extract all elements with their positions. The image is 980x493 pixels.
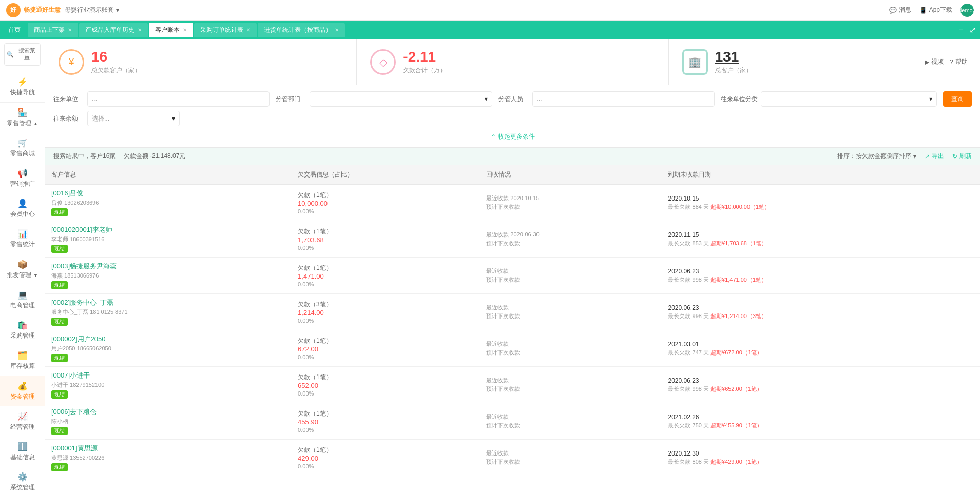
recent-collect-7: 最近收款 xyxy=(486,449,656,457)
due-date-7: 2020.12.30 xyxy=(668,450,974,457)
refresh-button[interactable]: ↻ 刷新 xyxy=(952,152,972,161)
customer-name-3[interactable]: [0002]服务中心_丁磊 xyxy=(51,298,285,307)
debt-amount-4[interactable]: 672.00 xyxy=(298,345,474,353)
sidebar-item-batch-manage[interactable]: 📦 批发管理 ▼ xyxy=(0,254,45,285)
tab-collapse-button[interactable]: － xyxy=(957,25,965,35)
overdue-link-5[interactable]: 超期¥652.00（1笔） xyxy=(710,386,762,392)
tab-customer-account[interactable]: 客户账本 ✕ xyxy=(149,23,193,37)
overdue-link-6[interactable]: 超期¥455.90（1笔） xyxy=(710,422,762,428)
tab-close-purchase-order[interactable]: ✕ xyxy=(246,27,251,33)
customer-badge-6: 现结 xyxy=(51,427,68,435)
debt-amount-0[interactable]: 10,000.00 xyxy=(298,200,474,207)
tab-purchase-stats[interactable]: 进货单统计表（按商品） ✕ xyxy=(258,23,345,37)
debt-customers-label: 总欠款客户（家） xyxy=(91,66,141,75)
tab-maximize-button[interactable]: ⤢ xyxy=(969,25,976,35)
customer-contact-1: 李老师 18600391516 xyxy=(51,235,285,243)
help-icon: ? xyxy=(950,58,953,66)
tab-close-purchase-stats[interactable]: ✕ xyxy=(335,27,339,33)
sidebar-section-retail: 🏪 零售管理 ▲ 🛒 零售商城 📢 营销推广 👤 会员中心 xyxy=(0,103,45,254)
sidebar-item-retail-stats[interactable]: 📊 零售统计 xyxy=(0,224,45,254)
debt-amount-6[interactable]: 455.90 xyxy=(298,418,474,426)
sidebar-item-marketing[interactable]: 📢 营销推广 xyxy=(0,163,45,193)
unit-category-select[interactable]: ▾ xyxy=(761,91,937,107)
user-menu[interactable]: demo2 xyxy=(960,4,974,17)
sidebar-item-basic-info[interactable]: ℹ️ 基础信息 xyxy=(0,437,45,467)
tab-home[interactable]: 首页 xyxy=(2,23,27,37)
customer-contact-4: 用户2050 18665062050 xyxy=(51,345,285,352)
customer-name-2[interactable]: [0003]畅捷服务尹海蕊 xyxy=(51,262,285,271)
app-download-button[interactable]: 📱 App下载 xyxy=(919,6,952,14)
due-date-0: 2020.10.15 xyxy=(668,195,974,202)
summary-card-total-debt: ◇ -2.11 欠款合计（万） xyxy=(357,39,668,85)
total-debt-number[interactable]: -2.11 xyxy=(403,49,446,65)
overdue-link-0[interactable]: 超期¥10,000.00（1笔） xyxy=(710,204,770,210)
debt-amount-1[interactable]: 1,703.68 xyxy=(298,236,474,244)
total-customers-number[interactable]: 131 xyxy=(715,49,752,65)
overdue-link-7[interactable]: 超期¥429.00（1笔） xyxy=(710,459,762,465)
filter-person: 分管人员 ... xyxy=(498,91,715,107)
balance-select[interactable]: 选择... ▾ xyxy=(87,111,180,126)
sidebar-search-button[interactable]: 🔍 搜索菜单 xyxy=(4,43,41,66)
customer-name-4[interactable]: [000002]用户2050 xyxy=(51,334,285,344)
tab-close-customer-account[interactable]: ✕ xyxy=(183,27,187,33)
customer-name-5[interactable]: [0007]小进干 xyxy=(51,371,285,380)
debt-customers-number[interactable]: 16 xyxy=(91,49,141,65)
help-button[interactable]: ? 帮助 xyxy=(950,57,968,66)
collapse-button[interactable]: ⌃ 收起更多条件 xyxy=(491,132,535,141)
debt-customers-info: 16 总欠款客户（家） xyxy=(91,49,141,75)
sidebar-item-quick-nav[interactable]: ⚡ 快捷导航 xyxy=(0,72,45,102)
debt-ratio-7: 0.00% xyxy=(298,463,474,469)
overdue-link-2[interactable]: 超期¥1,471.00（1笔） xyxy=(710,277,767,283)
debt-count-0: 欠款（1笔） xyxy=(298,191,474,200)
sidebar-item-ecommerce[interactable]: 💻 电商管理 xyxy=(0,285,45,315)
export-button[interactable]: ↗ 导出 xyxy=(925,152,944,161)
due-date-cell: 2020.11.15 最长欠款 853 天 超期¥1,703.68（1笔） xyxy=(662,221,980,258)
overdue-link-1[interactable]: 超期¥1,703.68（1笔） xyxy=(710,240,767,246)
sidebar-item-inventory[interactable]: 🗂️ 库存核算 xyxy=(0,345,45,376)
message-icon: 💬 xyxy=(889,7,897,14)
dept-label: 分管部门 xyxy=(276,95,306,104)
debt-amount-5[interactable]: 652.00 xyxy=(298,382,474,389)
next-collect-0: 预计下次收款 xyxy=(486,203,656,211)
sidebar-item-retail-manage[interactable]: 🏪 零售管理 ▲ xyxy=(0,103,45,133)
recover-info-cell: 最近收款 预计下次收款 xyxy=(480,294,662,330)
sidebar-item-operations[interactable]: 📈 经营管理 xyxy=(0,406,45,437)
customer-name-6[interactable]: [0006]去下粮仓 xyxy=(51,407,285,417)
overdue-link-3[interactable]: 超期¥1,214.00（3笔） xyxy=(710,313,767,319)
debt-amount-3[interactable]: 1,214.00 xyxy=(298,309,474,317)
debt-amount-2[interactable]: 1,471.00 xyxy=(298,272,474,280)
tenant-select[interactable]: 母婴行业演示账套 ▾ xyxy=(65,6,119,14)
customer-name-7[interactable]: [000001]黄思源 xyxy=(51,444,285,453)
customer-contact-7: 黄思源 13552700226 xyxy=(51,454,285,462)
sidebar-item-finance[interactable]: 💰 资金管理 xyxy=(0,376,45,406)
debt-ratio-3: 0.00% xyxy=(298,318,474,324)
customer-name-1[interactable]: [0001020001]李老师 xyxy=(51,225,285,234)
tab-products-offline[interactable]: 商品上下架 ✕ xyxy=(28,23,78,37)
overdue-link-4[interactable]: 超期¥672.00（1笔） xyxy=(710,349,762,356)
view-video-button[interactable]: ▶ 视频 xyxy=(925,57,944,66)
total-customers-icon: 🏢 xyxy=(681,48,709,76)
chevron-down-icon: ▾ xyxy=(116,7,119,14)
tab-purchase-order[interactable]: 采购订单统计表 ✕ xyxy=(194,23,257,37)
chevron-icon: ▲ xyxy=(33,121,38,126)
debt-ratio-4: 0.00% xyxy=(298,354,474,360)
balance-label: 往来余额 xyxy=(53,114,84,123)
sidebar-item-retail-store[interactable]: 🛒 零售商城 xyxy=(0,133,45,163)
tab-product-history[interactable]: 产成品入库单历史 ✕ xyxy=(79,23,148,37)
sidebar-item-system[interactable]: ⚙️ 系统管理 xyxy=(0,467,45,493)
debt-amount-7[interactable]: 429.00 xyxy=(298,455,474,462)
source-unit-input[interactable]: ... xyxy=(87,91,270,107)
search-button[interactable]: 查询 xyxy=(943,91,972,107)
message-button[interactable]: 💬 消息 xyxy=(889,6,911,14)
person-input[interactable]: ... xyxy=(532,91,715,107)
tab-close-products-offline[interactable]: ✕ xyxy=(68,27,72,33)
sidebar-item-member-center[interactable]: 👤 会员中心 xyxy=(0,193,45,224)
sort-select[interactable]: 排序：按欠款金额倒序排序 ▾ xyxy=(837,152,916,161)
tab-close-product-history[interactable]: ✕ xyxy=(138,27,142,33)
dept-select[interactable]: ▾ xyxy=(310,91,492,107)
total-debt-info: -2.11 欠款合计（万） xyxy=(403,49,446,75)
ecommerce-icon: 💻 xyxy=(17,290,28,300)
next-collect-7: 预计下次收款 xyxy=(486,458,656,466)
customer-name-0[interactable]: [0016]吕俊 xyxy=(51,189,285,198)
sidebar-item-purchase[interactable]: 🛍️ 采购管理 xyxy=(0,315,45,345)
